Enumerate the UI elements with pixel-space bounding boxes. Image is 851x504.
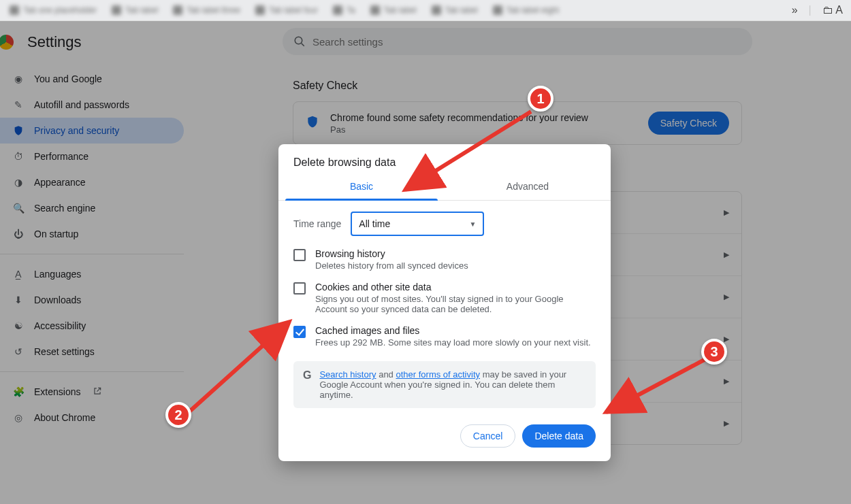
option-cookies[interactable]: Cookies and other site data Signs you ou…	[278, 276, 611, 320]
other-activity-link[interactable]: other forms of activity	[396, 369, 480, 380]
browser-tab[interactable]: Tab label eight	[486, 2, 566, 18]
chevron-down-icon: ▼	[469, 220, 476, 228]
tab-advanced[interactable]: Advanced	[445, 174, 611, 200]
timerange-label: Time range	[293, 218, 341, 229]
dialog-title: Delete browsing data	[278, 144, 611, 174]
option-title: Cached images and files	[315, 325, 591, 336]
browser-tab[interactable]: Tab label	[364, 2, 423, 18]
delete-browsing-data-dialog: Delete browsing data Basic Advanced Time…	[278, 144, 611, 461]
browser-tabstrip: Tab one placeholder Tab label Tab label …	[0, 0, 851, 21]
search-history-link[interactable]: Search history	[319, 369, 376, 380]
checkbox-cookies[interactable]	[293, 282, 306, 295]
tabs-overflow-icon[interactable]: »	[792, 4, 798, 16]
browser-tab[interactable]: Tab label three	[166, 2, 247, 18]
option-title: Cookies and other site data	[315, 282, 596, 292]
browser-tab[interactable]: Tab label	[425, 2, 485, 18]
delete-data-button[interactable]: Delete data	[522, 424, 596, 448]
timerange-select[interactable]: All time ▼	[351, 212, 484, 236]
option-browsing-history[interactable]: Browsing history Deletes history from al…	[278, 243, 611, 276]
browser-tab[interactable]: Ta	[326, 2, 362, 18]
browser-tab[interactable]: Tab label	[105, 2, 165, 18]
timerange-value: All time	[359, 218, 390, 229]
option-desc: Signs you out of most sites. You'll stay…	[315, 294, 596, 314]
option-desc: Frees up 292 MB. Some sites may load mor…	[315, 337, 591, 348]
google-account-info: G Search history and other forms of acti…	[293, 361, 596, 408]
cancel-button[interactable]: Cancel	[460, 424, 516, 448]
option-desc: Deletes history from all synced devices	[315, 261, 468, 271]
tab-basic[interactable]: Basic	[278, 174, 445, 200]
bookmarks-folder-icon[interactable]: 🗀 A	[822, 4, 843, 16]
browser-tab[interactable]: Tab one placeholder	[3, 2, 103, 18]
browser-tab[interactable]: Tab label four	[248, 2, 325, 18]
option-title: Browsing history	[315, 248, 468, 259]
checkbox-cached-images[interactable]	[293, 326, 306, 338]
option-cached-images[interactable]: Cached images and files Frees up 292 MB.…	[278, 320, 611, 353]
checkbox-browsing-history[interactable]	[293, 249, 306, 261]
google-g-icon: G	[303, 369, 311, 400]
